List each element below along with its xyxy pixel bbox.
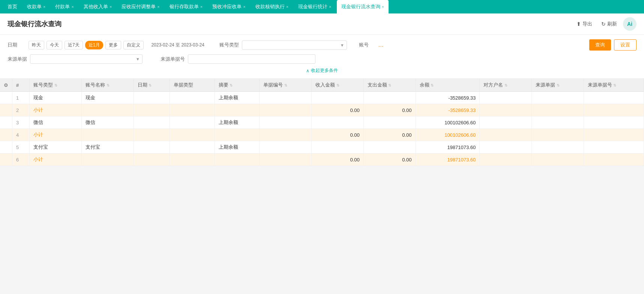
table-cell: [584, 92, 644, 104]
nav-payment[interactable]: 付款单 ×: [51, 0, 78, 13]
table-cell: [260, 92, 312, 104]
gear-icon: ⚙: [4, 82, 8, 88]
close-icon[interactable]: ×: [243, 4, 245, 9]
table-cell: 微信: [30, 116, 82, 129]
account-label: 账号: [359, 42, 374, 48]
table-cell: [480, 129, 532, 141]
table-cell: [170, 92, 215, 104]
table-cell: [532, 129, 584, 141]
th-doc-type: 单据类型: [170, 79, 215, 92]
close-icon[interactable]: ×: [43, 4, 45, 9]
table-cell: [0, 116, 12, 129]
close-icon[interactable]: ×: [200, 4, 203, 9]
date-btn-yesterday[interactable]: 昨天: [29, 41, 44, 49]
table-cell: [0, 141, 12, 154]
table-cell: [260, 116, 312, 129]
close-icon[interactable]: ×: [382, 4, 384, 9]
close-icon[interactable]: ×: [286, 4, 288, 9]
date-btn-custom[interactable]: 自定义: [123, 41, 144, 49]
date-btn-1month[interactable]: 近1月: [85, 41, 104, 49]
table-cell: 小计: [30, 154, 82, 166]
th-account-name[interactable]: 账号名称 ⇅: [82, 79, 134, 92]
table-cell: 支付宝: [30, 141, 82, 154]
table-cell: [480, 92, 532, 104]
nav-bank-deposit[interactable]: 银行存取款单 ×: [165, 0, 207, 13]
th-expense[interactable]: 支出金额 ⇅: [363, 79, 416, 92]
filter-row-source: 来源单据 ▾ 来源单据号: [8, 54, 636, 64]
table-cell: 4: [12, 129, 30, 141]
table-cell: [532, 116, 584, 129]
table-cell: 小计: [30, 104, 82, 116]
table-cell: [584, 116, 644, 129]
close-icon[interactable]: ×: [71, 4, 74, 9]
source-doc-select[interactable]: ▾: [30, 54, 143, 64]
table-cell: [532, 104, 584, 116]
table-cell: 0.00: [312, 154, 364, 166]
refresh-icon: ↻: [601, 21, 606, 27]
table-cell: [363, 116, 416, 129]
date-btn-7days[interactable]: 近7天: [65, 41, 83, 49]
th-counterparty[interactable]: 对方户名 ⇅: [480, 79, 532, 92]
chevron-down-icon: ▾: [137, 56, 139, 62]
nav-receipt[interactable]: 收款单 ×: [23, 0, 50, 13]
th-income[interactable]: 收入金额 ⇅: [312, 79, 364, 92]
table-row: 4小计0.000.00100102606.60: [0, 129, 644, 141]
data-table: ⚙ # 账号类型 ⇅ 账号名称 ⇅ 日期 ⇅ 单据类型 摘要 ⇅ 单据编号 ⇅ …: [0, 79, 644, 166]
close-icon[interactable]: ×: [157, 4, 159, 9]
table-cell: 6: [12, 154, 30, 166]
nav-other-income[interactable]: 其他收入单 ×: [79, 0, 116, 13]
table-cell: 2: [12, 104, 30, 116]
table-cell: [134, 116, 170, 129]
nav-home[interactable]: 首页: [3, 0, 22, 13]
account-ellipsis[interactable]: ...: [377, 42, 385, 48]
nav-cash-bank-stats[interactable]: 现金银行统计 ×: [294, 0, 336, 13]
table-cell: [82, 104, 134, 116]
ai-button[interactable]: Ai: [623, 17, 636, 31]
table-cell: [480, 141, 532, 154]
nav-collection-exec[interactable]: 收款核销执行 ×: [251, 0, 293, 13]
date-range: 2023-02-24 至 2023-03-24: [151, 42, 204, 48]
table-cell: [260, 129, 312, 141]
filter-row-date: 日期 昨天 今天 近7天 近1月 更多 自定义 2023-02-24 至 202…: [8, 39, 636, 51]
query-button[interactable]: 查询: [589, 39, 611, 51]
source-doc-no-input[interactable]: [188, 54, 315, 64]
table-cell: 0.00: [363, 129, 416, 141]
date-options: 昨天 今天 近7天 近1月 更多 自定义: [29, 41, 144, 49]
table-cell: [0, 104, 12, 116]
th-balance[interactable]: 余额 ⇅: [416, 79, 480, 92]
table-cell: [170, 129, 215, 141]
nav-cash-bank-flow[interactable]: 现金银行流水查询 ×: [337, 0, 389, 13]
table-cell: -3528659.33: [416, 92, 480, 104]
nav-ar-ap-adjust[interactable]: 应收应付调整单 ×: [117, 0, 164, 13]
th-account-type[interactable]: 账号类型 ⇅: [30, 79, 82, 92]
table-cell: [82, 154, 134, 166]
table-cell: [363, 92, 416, 104]
table-cell: [134, 154, 170, 166]
refresh-button[interactable]: ↻ 刷新: [598, 19, 620, 29]
account-type-select[interactable]: ▾: [242, 40, 347, 50]
table-row: 6小计0.000.0019871073.60: [0, 154, 644, 166]
th-date[interactable]: 日期 ⇅: [134, 79, 170, 92]
chevron-up-icon: ∧: [306, 68, 309, 73]
th-source-doc[interactable]: 来源单据 ⇅: [532, 79, 584, 92]
close-icon[interactable]: ×: [110, 4, 112, 9]
nav-advance-offset[interactable]: 预收冲应收单 ×: [208, 0, 250, 13]
th-doc-no[interactable]: 单据编号 ⇅: [260, 79, 312, 92]
table-cell: [170, 154, 215, 166]
th-source-doc-no[interactable]: 来源单据号 ⇅: [584, 79, 644, 92]
export-button[interactable]: ⬆ 导出: [573, 19, 595, 29]
table-cell: 上期余额: [215, 92, 260, 104]
close-icon[interactable]: ×: [329, 4, 331, 9]
th-summary[interactable]: 摘要 ⇅: [215, 79, 260, 92]
date-btn-today[interactable]: 今天: [47, 41, 62, 49]
source-doc-label: 来源单据: [8, 56, 27, 63]
table-cell: [260, 104, 312, 116]
table-cell: [260, 141, 312, 154]
date-btn-more[interactable]: 更多: [105, 41, 121, 49]
th-config[interactable]: ⚙: [0, 79, 12, 92]
settings-button[interactable]: 设置: [614, 39, 636, 51]
table-cell: [215, 104, 260, 116]
table-cell: [170, 104, 215, 116]
source-doc-no-label: 来源单据号: [161, 56, 185, 63]
collapse-bar[interactable]: ∧ 收起更多条件: [8, 67, 636, 74]
